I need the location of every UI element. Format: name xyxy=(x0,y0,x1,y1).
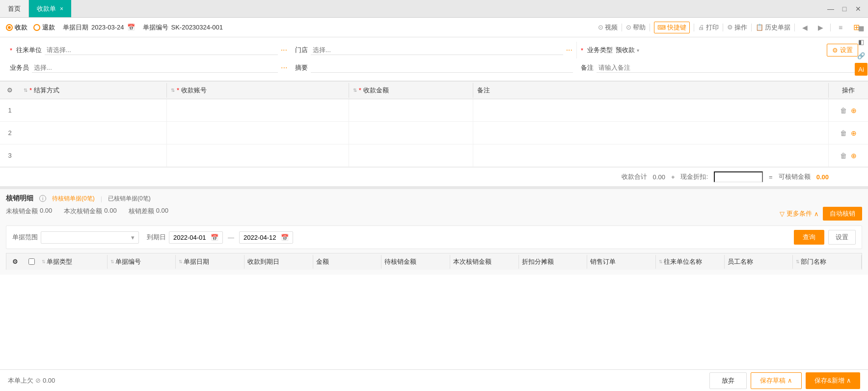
td-settlement-2[interactable] xyxy=(20,122,167,144)
check-all-checkbox[interactable] xyxy=(28,258,35,265)
business-type-required: * xyxy=(581,47,583,54)
th-account: ⇅ * 收款账号 xyxy=(167,83,349,98)
filter-icon: ▽ xyxy=(780,210,785,218)
date-to-value: 2022-04-12 xyxy=(244,234,276,241)
td-settlement-1[interactable] xyxy=(20,99,167,121)
save-new-btn[interactable]: 保存&新增 ∧ xyxy=(806,372,860,389)
pending-tab[interactable]: 待核销单据(0笔) xyxy=(52,195,95,203)
counterpart-more-btn[interactable]: ··· xyxy=(281,46,287,55)
video-btn[interactable]: ⊙ 视频 xyxy=(598,23,618,32)
shortcut-btn[interactable]: ⌨ 快捷键 xyxy=(654,22,690,33)
copy-icon-3[interactable]: ⊕ xyxy=(851,152,857,160)
sidebar-layout-icon[interactable]: ◧ xyxy=(855,35,868,48)
tab-close-icon[interactable]: × xyxy=(60,5,63,12)
minimize-btn[interactable]: — xyxy=(825,3,837,15)
date-to-picker[interactable]: 2022-04-12 📅 xyxy=(239,231,293,244)
recon-table-header: ⚙ ⇅ 单据类型 ⇅ 单据编号 ⇅ 单据日期 收款到期日 金额 xyxy=(6,253,862,270)
history-label: 历史单据 xyxy=(765,23,790,32)
table-gear-btn[interactable]: ⚙ xyxy=(0,86,20,94)
td-account-1[interactable] xyxy=(167,99,349,121)
recon-info-icon[interactable]: i xyxy=(39,195,46,202)
delete-icon-1[interactable]: 🗑 xyxy=(840,107,847,114)
business-type-select[interactable]: 预收款 ▾ xyxy=(616,46,639,55)
tab-current[interactable]: 收款单 × xyxy=(29,0,71,17)
refund-radio-circle xyxy=(33,24,40,31)
counterpart-input[interactable] xyxy=(45,45,278,55)
receipt-radio-label: 收款 xyxy=(15,23,27,32)
date-label: 单据日期 xyxy=(63,23,88,32)
tab-home[interactable]: 首页 xyxy=(0,0,29,17)
print-btn[interactable]: 🖨 打印 xyxy=(698,23,719,32)
td-amount-3[interactable] xyxy=(349,144,473,167)
auto-reconcile-btn[interactable]: 自动核销 xyxy=(823,207,862,221)
date-value[interactable]: 2023-03-24 xyxy=(91,24,124,31)
salesperson-input[interactable] xyxy=(32,63,278,73)
operation-btn[interactable]: ⚙ 操作 xyxy=(727,23,747,32)
history-btn[interactable]: 📋 历史单据 xyxy=(756,23,790,32)
bottom-info: 本单上欠 ⊘ 0.00 xyxy=(8,376,55,385)
recon-title-text: 核销明细 xyxy=(6,194,33,203)
td-op-2: 🗑 ⊕ xyxy=(829,122,868,144)
current-stat: 本次核销金额 0.00 xyxy=(64,207,116,216)
history-icon: 📋 xyxy=(756,24,763,31)
close-btn[interactable]: ✕ xyxy=(852,3,864,15)
help-btn[interactable]: ⊙ 帮助 xyxy=(626,23,646,32)
recon-check-all[interactable] xyxy=(24,258,39,265)
abandon-btn[interactable]: 放弃 xyxy=(709,372,747,389)
settings-btn[interactable]: ⚙ 设置 xyxy=(827,44,858,56)
copy-icon-1[interactable]: ⊕ xyxy=(851,107,857,114)
business-type-field: * 业务类型 预收款 ▾ ⚙ 设置 xyxy=(576,42,862,58)
td-notes-3[interactable] xyxy=(473,144,829,167)
required-mark: * xyxy=(29,86,32,94)
diff-stat: 核销差额 0.00 xyxy=(129,207,168,216)
calendar-icon[interactable]: 📅 xyxy=(127,24,135,31)
maximize-btn[interactable]: □ xyxy=(839,3,850,15)
tab-current-label: 收款单 xyxy=(37,4,56,13)
list-view-btn[interactable]: ≡ xyxy=(835,22,846,33)
range-select[interactable]: ▾ xyxy=(41,231,139,244)
prev-record-btn[interactable]: ◀ xyxy=(799,22,811,33)
store-field: 门店 ··· xyxy=(291,43,576,57)
number-value[interactable]: SK-20230324-001 xyxy=(171,24,223,31)
more-conditions-btn[interactable]: ▽ 更多条件 ∧ xyxy=(780,209,819,218)
form-section: * 往来单位 ··· 门店 ··· * 业务类型 预收款 ▾ ⚙ xyxy=(0,37,868,81)
number-field: 单据编号 SK-20230324-001 xyxy=(143,23,223,32)
date-from-picker[interactable]: 2022-04-01 📅 xyxy=(169,231,223,244)
th-amount: ⇅ * 收款金额 xyxy=(349,83,473,98)
filter-settings-btn[interactable]: 设置 xyxy=(828,230,856,245)
notes-input[interactable] xyxy=(597,63,858,73)
rth-amount: 金额 xyxy=(313,255,382,269)
help-label: 帮助 xyxy=(633,23,646,32)
sidebar-link-icon[interactable]: 🔗 xyxy=(855,49,868,62)
td-amount-1[interactable] xyxy=(349,99,473,121)
receipt-radio[interactable]: 收款 xyxy=(6,23,27,32)
next-record-btn[interactable]: ▶ xyxy=(814,22,826,33)
td-amount-2[interactable] xyxy=(349,122,473,144)
query-btn[interactable]: 查询 xyxy=(794,230,824,245)
td-settlement-3[interactable] xyxy=(20,144,167,167)
store-input[interactable] xyxy=(311,45,563,55)
unchecked-stat: 未核销金额 0.00 xyxy=(6,207,52,216)
rth-current-amount: 本次核销金额 xyxy=(450,255,519,269)
delete-icon-3[interactable]: 🗑 xyxy=(840,152,847,160)
refund-radio[interactable]: 退款 xyxy=(33,23,55,32)
sidebar-ai-icon[interactable]: Ai xyxy=(855,63,868,76)
td-account-3[interactable] xyxy=(167,144,349,167)
completed-tab[interactable]: 已核销单据(0笔) xyxy=(108,195,151,203)
salesperson-more-btn[interactable]: ··· xyxy=(281,63,287,72)
discount-input[interactable] xyxy=(714,171,763,182)
date-field: 单据日期 2023-03-24 📅 xyxy=(63,23,135,32)
td-notes-1[interactable] xyxy=(473,99,829,121)
td-notes-2[interactable] xyxy=(473,122,829,144)
sidebar-table-icon[interactable]: ▦ xyxy=(855,22,868,34)
store-label: 门店 xyxy=(295,46,308,55)
td-account-2[interactable] xyxy=(167,122,349,144)
summary-input[interactable] xyxy=(311,63,572,73)
toolbar-right: ⊙ 视频 ⊙ 帮助 ⌨ 快捷键 🖨 打印 ⚙ 操作 xyxy=(598,22,862,33)
delete-icon-2[interactable]: 🗑 xyxy=(840,129,847,137)
recon-gear-btn[interactable]: ⚙ xyxy=(6,258,24,265)
store-more-btn[interactable]: ··· xyxy=(566,46,572,55)
unchecked-value: 0.00 xyxy=(40,207,52,216)
copy-icon-2[interactable]: ⊕ xyxy=(851,129,857,137)
save-draft-btn[interactable]: 保存草稿 ∧ xyxy=(751,372,802,389)
